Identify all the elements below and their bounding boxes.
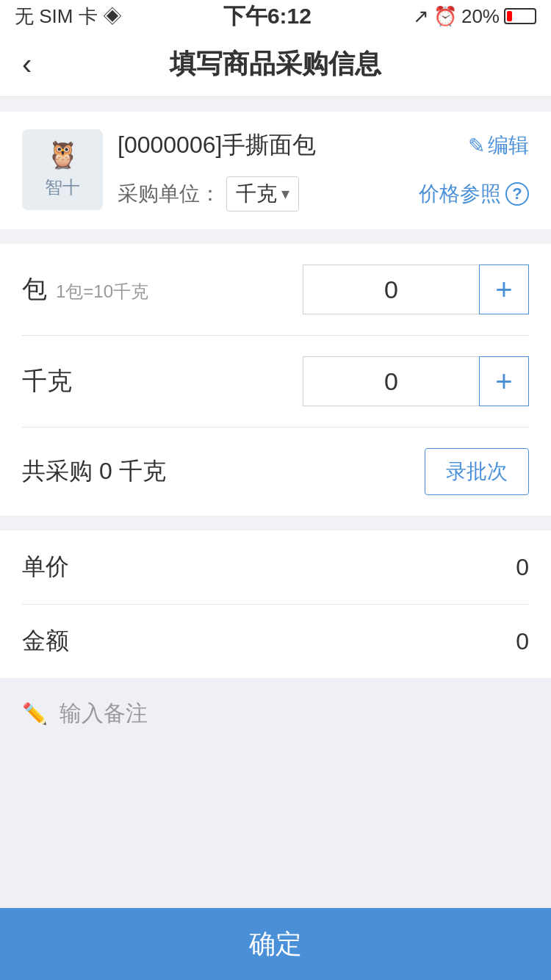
mid-separator-1 <box>0 229 551 244</box>
confirm-button-label: 确定 <box>249 926 302 962</box>
edit-button[interactable]: ✎ 编辑 <box>468 131 529 159</box>
kg-row: 千克 + <box>0 336 551 427</box>
edit-icon: ✎ <box>468 134 485 158</box>
package-label: 包 1包=10千克 <box>22 273 148 306</box>
unit-value: 千克 <box>236 180 277 208</box>
sim-text: 无 SIM 卡 ◈ <box>15 4 122 29</box>
dropdown-icon: ▾ <box>281 184 289 203</box>
note-placeholder: 输入备注 <box>60 699 148 729</box>
product-image: 🦉智十 <box>22 129 103 210</box>
note-icon: ✏️ <box>22 702 48 726</box>
alarm-icon: ⏰ <box>433 5 457 28</box>
package-row: 包 1包=10千克 + <box>0 244 551 335</box>
note-section[interactable]: ✏️ 输入备注 <box>0 678 551 749</box>
kg-plus-button[interactable]: + <box>479 356 529 406</box>
status-right: ↗ ⏰ 20% <box>413 5 536 28</box>
input-section: 包 1包=10千克 + 千克 + 共采购 0 <box>0 244 551 516</box>
package-plus-button[interactable]: + <box>479 264 529 314</box>
location-icon: ↗ <box>413 5 429 28</box>
mid-separator-2 <box>0 516 551 530</box>
edit-label: 编辑 <box>488 131 529 159</box>
record-batch-button[interactable]: 录批次 <box>425 448 529 495</box>
product-info: [0000006]手撕面包 ✎ 编辑 采购单位： 千克 ▾ 价格参照 ? <box>118 129 529 212</box>
amount-row: 金额 0 <box>0 605 551 678</box>
package-input-control: + <box>303 264 529 314</box>
status-left: 无 SIM 卡 ◈ <box>15 4 122 29</box>
kg-label: 千克 <box>22 364 72 398</box>
confirm-bar[interactable]: 确定 <box>0 908 551 980</box>
total-text: 共采购 0 千克 <box>22 455 166 488</box>
amount-value: 0 <box>516 628 529 655</box>
unit-label: 采购单位： <box>118 180 220 208</box>
page-title: 填写商品采购信息 <box>170 46 381 82</box>
product-unit-row: 采购单位： 千克 ▾ 价格参照 ? <box>118 176 529 212</box>
product-name-row: [0000006]手撕面包 ✎ 编辑 <box>118 129 529 162</box>
price-ref-label: 价格参照 <box>419 180 501 208</box>
price-ref-button[interactable]: 价格参照 ? <box>419 180 529 208</box>
status-time: 下午6:12 <box>223 1 311 32</box>
total-amount: 0 <box>99 458 112 484</box>
package-sub-label: 1包=10千克 <box>56 280 148 303</box>
product-full-name: [0000006]手撕面包 <box>118 129 316 162</box>
unit-price-row: 单价 0 <box>0 530 551 604</box>
product-card: 🦉智十 [0000006]手撕面包 ✎ 编辑 采购单位： 千克 ▾ <box>0 112 551 229</box>
package-qty-input[interactable] <box>303 264 479 314</box>
kg-input-control: + <box>303 356 529 406</box>
nav-bar: ‹ 填写商品采购信息 <box>0 32 551 97</box>
unit-price-label: 单价 <box>22 551 69 583</box>
battery-percent: 20% <box>461 5 500 28</box>
price-ref-icon: ? <box>505 182 529 206</box>
unit-select[interactable]: 千克 ▾ <box>226 176 299 212</box>
total-row: 共采购 0 千克 录批次 <box>0 428 551 516</box>
price-section: 单价 0 金额 0 <box>0 530 551 678</box>
unit-price-value: 0 <box>516 554 529 581</box>
product-logo: 🦉智十 <box>45 140 80 198</box>
kg-qty-input[interactable] <box>303 356 479 406</box>
status-bar: 无 SIM 卡 ◈ 下午6:12 ↗ ⏰ 20% <box>0 0 551 32</box>
amount-label: 金额 <box>22 625 69 657</box>
top-separator <box>0 97 551 112</box>
battery-icon <box>504 8 536 24</box>
back-button[interactable]: ‹ <box>15 40 39 88</box>
